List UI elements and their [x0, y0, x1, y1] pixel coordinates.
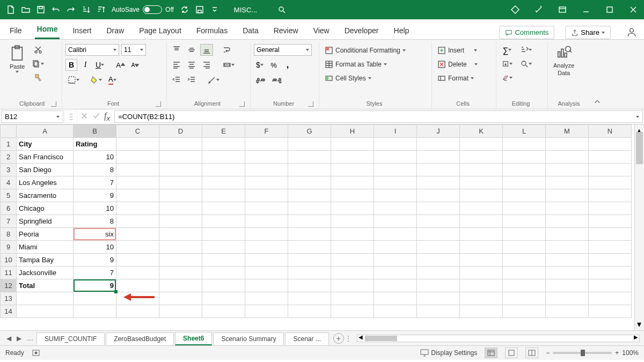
maximize-icon[interactable] — [603, 3, 616, 16]
cell[interactable]: 7 — [74, 176, 116, 189]
spreadsheet-grid[interactable]: A B C D E F G H I J K L M N 1CityRating … — [0, 124, 634, 330]
enter-formula-icon[interactable] — [92, 112, 100, 122]
zoom-out-button[interactable]: − — [546, 349, 550, 357]
redo-icon[interactable] — [64, 3, 77, 16]
cell-styles-button[interactable]: Cell Styles — [323, 72, 408, 85]
clipboard-dialog-icon[interactable] — [51, 101, 56, 107]
row-header[interactable]: 7 — [1, 215, 17, 228]
align-right-icon[interactable] — [200, 59, 213, 71]
cell[interactable]: 10 — [74, 151, 116, 164]
sheet-nav-prev-icon[interactable]: ◀ — [4, 335, 13, 342]
select-all-corner[interactable] — [1, 125, 17, 138]
increase-indent-icon[interactable] — [185, 74, 198, 86]
col-header[interactable]: F — [245, 125, 288, 138]
col-header[interactable]: H — [331, 125, 374, 138]
copy-icon[interactable] — [30, 58, 46, 70]
decrease-font-button[interactable]: A — [129, 59, 142, 71]
autosum-icon[interactable]: ∑ — [500, 44, 515, 56]
number-format-select[interactable]: General — [254, 44, 312, 56]
row-header[interactable]: 12 — [1, 279, 17, 292]
align-bottom-icon[interactable] — [200, 44, 213, 56]
percent-icon[interactable]: % — [268, 59, 280, 71]
collapse-ribbon-icon[interactable] — [592, 42, 603, 109]
tab-file[interactable]: File — [8, 22, 24, 39]
tab-home[interactable]: Home — [35, 20, 60, 39]
search-icon[interactable] — [275, 3, 288, 16]
name-box[interactable]: B12 — [1, 110, 63, 123]
col-header[interactable]: K — [460, 125, 503, 138]
cell[interactable]: Sacramento — [17, 189, 74, 202]
insert-cells-button[interactable]: Insert — [435, 44, 480, 57]
sheet-tab[interactable]: Scenario Summary — [213, 333, 284, 345]
fx-icon[interactable]: fx — [104, 111, 110, 122]
row-header[interactable]: 14 — [1, 305, 17, 318]
account-icon[interactable] — [627, 27, 636, 39]
format-cells-button[interactable]: Format — [435, 72, 480, 85]
cell-highlighted[interactable]: six — [74, 228, 116, 241]
close-icon[interactable] — [627, 3, 640, 16]
col-header[interactable]: L — [503, 125, 546, 138]
sheet-tab[interactable]: Scenar ... — [285, 333, 328, 345]
tab-formulas[interactable]: Formulas — [194, 22, 230, 39]
open-icon[interactable] — [19, 3, 32, 16]
sheet-nav-more-icon[interactable]: … — [25, 335, 35, 342]
col-header[interactable]: J — [417, 125, 460, 138]
italic-button[interactable]: I — [79, 59, 91, 71]
cell[interactable]: 7 — [74, 267, 116, 279]
ribbon-mode-icon[interactable] — [556, 3, 569, 16]
save-qat-icon[interactable] — [193, 3, 206, 16]
cell[interactable]: City — [17, 138, 74, 151]
cell[interactable]: 8 — [74, 164, 116, 176]
sort-desc-icon[interactable] — [94, 3, 107, 16]
cell[interactable]: Springfield — [17, 215, 74, 228]
cell[interactable]: 10 — [74, 202, 116, 215]
tab-page-layout[interactable]: Page Layout — [137, 22, 184, 39]
sheet-tab[interactable]: ZeroBasedBudget — [106, 333, 174, 345]
col-header[interactable]: B — [74, 125, 116, 138]
sort-filter-icon[interactable] — [518, 44, 534, 56]
decrease-indent-icon[interactable] — [170, 74, 183, 86]
comments-button[interactable]: Comments — [499, 26, 554, 39]
wand-icon[interactable] — [532, 3, 545, 16]
align-left-icon[interactable] — [170, 59, 183, 71]
tab-insert[interactable]: Insert — [70, 22, 93, 39]
view-page-layout-icon[interactable] — [505, 348, 518, 358]
row-header[interactable]: 9 — [1, 241, 17, 254]
accounting-icon[interactable]: $ — [254, 59, 266, 71]
increase-decimal-icon[interactable]: .0.00 — [254, 74, 268, 86]
find-icon[interactable] — [518, 58, 534, 70]
zoom-in-button[interactable]: + — [615, 349, 619, 357]
col-header[interactable]: I — [374, 125, 417, 138]
sync-icon[interactable] — [178, 3, 191, 16]
display-settings-button[interactable]: Display Settings — [420, 349, 477, 357]
tab-developer[interactable]: Developer — [342, 22, 381, 39]
cut-icon[interactable] — [30, 44, 46, 56]
col-header[interactable]: A — [17, 125, 74, 138]
cell[interactable]: Miami — [17, 241, 74, 254]
alignment-dialog-icon[interactable] — [239, 101, 245, 107]
row-header[interactable]: 8 — [1, 228, 17, 241]
cell[interactable]: 10 — [74, 241, 116, 254]
row-header[interactable]: 11 — [1, 267, 17, 279]
cancel-formula-icon[interactable] — [80, 112, 88, 122]
paste-button[interactable]: Paste — [8, 44, 27, 74]
row-header[interactable]: 6 — [1, 202, 17, 215]
row-header[interactable]: 10 — [1, 254, 17, 267]
zoom-slider[interactable] — [553, 352, 612, 354]
format-painter-icon[interactable] — [30, 72, 46, 84]
cell[interactable]: Chicago — [17, 202, 74, 215]
col-header[interactable]: N — [589, 125, 632, 138]
col-header[interactable]: D — [159, 125, 202, 138]
diamond-icon[interactable] — [509, 3, 522, 16]
align-center-icon[interactable] — [185, 59, 198, 71]
align-middle-icon[interactable] — [185, 44, 198, 56]
comma-icon[interactable]: , — [282, 59, 294, 71]
cell[interactable]: 8 — [74, 215, 116, 228]
cell[interactable]: Rating — [74, 138, 116, 151]
conditional-formatting-button[interactable]: Conditional Formatting — [323, 44, 408, 57]
new-icon[interactable] — [4, 3, 17, 16]
cell[interactable]: Tampa Bay — [17, 254, 74, 267]
font-dialog-icon[interactable] — [156, 101, 161, 107]
tab-draw[interactable]: Draw — [104, 22, 126, 39]
analyze-data-button[interactable]: Analyze Data — [551, 44, 576, 77]
